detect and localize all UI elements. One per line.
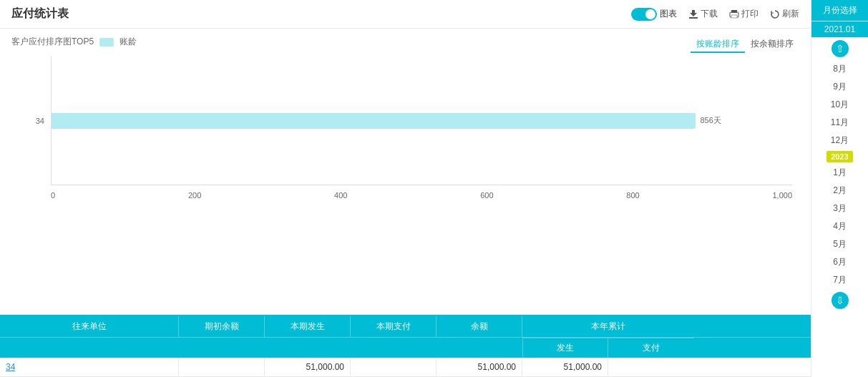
sidebar-month-12[interactable]: 12月	[811, 132, 868, 150]
table-section: 往来单位 期初余额 本期发生 本期支付 余额 本年累计 发生 支付 34 51,…	[0, 315, 811, 377]
sort-buttons: 按账龄排序 按余额排序	[691, 36, 799, 53]
refresh-icon	[770, 9, 780, 19]
sort-by-balance-button[interactable]: 按余额排序	[745, 36, 799, 53]
x-axis-200: 200	[188, 191, 201, 200]
th-unit: 往来单位	[0, 316, 179, 337]
download-icon	[688, 9, 698, 19]
bar-fill	[52, 113, 696, 129]
sidebar-month-4[interactable]: 4月	[811, 217, 868, 235]
td-occurrence: 51,000.00	[265, 358, 351, 376]
x-axis-1000: 1,000	[772, 191, 792, 200]
sidebar-month-11[interactable]: 11月	[811, 114, 868, 132]
print-button[interactable]: 打印	[729, 8, 759, 20]
year-badge: 2023	[826, 151, 852, 162]
chart-toggle[interactable]	[631, 8, 657, 21]
x-axis-600: 600	[480, 191, 493, 200]
td-balance: 51,000.00	[437, 358, 522, 376]
sidebar-month-7[interactable]: 7月	[811, 271, 868, 289]
bar-id-label: 34	[19, 117, 44, 125]
bar-chart-area: 34 856天	[51, 57, 792, 185]
th-ytd-payment: 支付	[608, 338, 694, 358]
td-ytd-payment	[608, 358, 694, 376]
sidebar-month-2[interactable]: 2月	[811, 182, 868, 200]
bar-row: 34 856天	[52, 110, 792, 132]
sidebar: 月份选择 2021.01 ⇧ 8月 9月 10月 11月 12月 2023 1月…	[811, 0, 868, 377]
sidebar-month-1[interactable]: 1月	[811, 164, 868, 182]
refresh-button[interactable]: 刷新	[770, 8, 799, 20]
x-axis-400: 400	[334, 191, 347, 200]
print-icon	[729, 9, 739, 19]
sort-by-amount-button[interactable]: 按账龄排序	[691, 36, 745, 53]
legend-label: 账龄	[120, 36, 137, 48]
sidebar-month-6[interactable]: 6月	[811, 253, 868, 271]
x-axis-800: 800	[626, 191, 639, 200]
th-opening: 期初余额	[179, 316, 265, 337]
download-button[interactable]: 下载	[688, 8, 718, 20]
chart-legend: 客户应付排序图TOP5 账龄	[11, 36, 137, 48]
svg-rect-3	[731, 15, 737, 18]
th-occurrence: 本期发生	[265, 316, 351, 337]
table-row: 34 51,000.00 51,000.00 51,000.00	[0, 358, 811, 377]
sidebar-header: 月份选择	[811, 0, 868, 21]
chart-toggle-group[interactable]: 图表	[631, 8, 677, 21]
th-ytd-occurrence: 发生	[522, 338, 608, 358]
legend-title: 客户应付排序图TOP5	[11, 36, 94, 48]
sidebar-month-9[interactable]: 9月	[811, 78, 868, 96]
sidebar-month-3[interactable]: 3月	[811, 200, 868, 217]
td-payment	[351, 358, 437, 376]
svg-rect-0	[689, 17, 698, 19]
legend-box	[99, 38, 114, 46]
sidebar-scroll-up[interactable]: ⇧	[832, 40, 849, 57]
x-axis: 0 200 400 600 800 1,000	[51, 188, 792, 200]
td-opening	[179, 358, 265, 376]
chart-toggle-label: 图表	[660, 8, 677, 20]
sidebar-month-5[interactable]: 5月	[811, 235, 868, 253]
sidebar-scroll-down[interactable]: ⇩	[832, 292, 849, 309]
sidebar-nav: ⇧ 8月 9月 10月 11月 12月 2023 1月 2月 3月 4月 5月 …	[811, 37, 868, 377]
th-ytd: 本年累计	[522, 316, 694, 337]
th-balance: 余额	[437, 316, 522, 337]
td-unit[interactable]: 34	[0, 358, 179, 376]
sidebar-month-10[interactable]: 10月	[811, 96, 868, 114]
sidebar-month-8[interactable]: 8月	[811, 60, 868, 78]
svg-rect-2	[731, 10, 737, 13]
x-axis-0: 0	[51, 191, 55, 200]
bar-value-label: 856天	[700, 115, 721, 126]
sidebar-current-date[interactable]: 2021.01	[811, 21, 868, 37]
page-title: 应付统计表	[11, 6, 69, 21]
th-payment: 本期支付	[351, 316, 437, 337]
td-ytd-occurrence: 51,000.00	[522, 358, 608, 376]
